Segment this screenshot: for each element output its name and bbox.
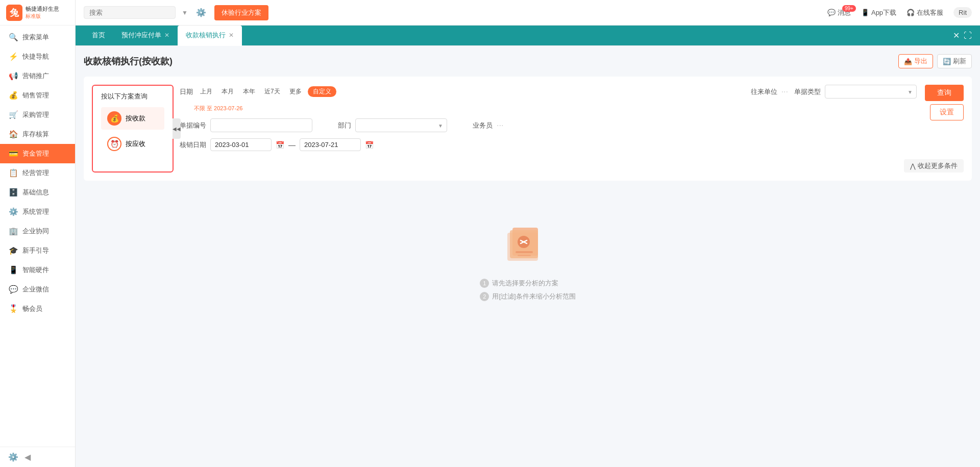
system-icon: ⚙️	[8, 207, 18, 216]
setting-button[interactable]: 设置	[930, 104, 964, 120]
refresh-button[interactable]: 🔄 刷新	[937, 54, 972, 68]
sidebar-item-system[interactable]: ⚙️ 系统管理	[0, 202, 75, 222]
partner-label: 往来单位	[751, 87, 777, 96]
sidebar-item-basic[interactable]: 🗄️ 基础信息	[0, 183, 75, 202]
svg-rect-6	[516, 251, 533, 253]
topbar-app-btn[interactable]: 📱 App下载	[861, 8, 896, 17]
doc-no-input[interactable]	[210, 118, 312, 132]
date-btn-this-year[interactable]: 本年	[240, 86, 258, 97]
page-title-row: 收款核销执行(按收款) 📤 导出 🔄 刷新	[84, 54, 972, 68]
topbar-chevron-icon[interactable]: ▼	[182, 9, 188, 16]
export-button[interactable]: 📤 导出	[898, 54, 933, 68]
finance-icon: 💳	[8, 149, 18, 158]
tab-prepay-close[interactable]: ✕	[164, 32, 169, 39]
service-icon: 🎧	[906, 9, 915, 16]
inventory-icon: 🏠	[8, 130, 18, 139]
sidebar-item-inventory[interactable]: 🏠 库存核算	[0, 125, 75, 144]
receipt-option-icon: 💰	[107, 111, 121, 126]
tab-home[interactable]: 首页	[84, 26, 113, 46]
hardware-icon: 📱	[8, 265, 18, 275]
verify-date-end-calendar-icon[interactable]: 📅	[365, 141, 374, 149]
date-btn-this-month[interactable]: 本月	[218, 86, 237, 97]
doc-type-select[interactable]	[825, 85, 917, 99]
verify-date-end[interactable]	[300, 138, 361, 151]
sidebar-item-marketing[interactable]: 📢 营销推广	[0, 66, 75, 86]
message-badge: 99+	[842, 5, 856, 12]
sidebar-item-quick[interactable]: ⚡ 快捷导航	[0, 47, 75, 66]
app-name: 畅捷通好生意	[26, 5, 59, 12]
dept-filter-item: 部门 ▼	[338, 118, 447, 132]
empty-illustration	[497, 217, 558, 268]
purchase-icon: 🛒	[8, 110, 18, 119]
sidebar-item-enterprise[interactable]: 🏢 企业协同	[0, 222, 75, 241]
quick-icon: ⚡	[8, 52, 18, 61]
verify-date-start[interactable]	[210, 138, 272, 151]
date-btn-custom[interactable]: 自定义	[308, 86, 336, 97]
filter-panel-title: 按以下方案查询	[101, 92, 164, 101]
staff-filter-item: 业务员 ···	[473, 121, 503, 130]
filter-section: 按以下方案查询 💰 按收款 ⏰ 按应收 ◀◀	[84, 77, 972, 181]
query-button[interactable]: 查询	[925, 85, 964, 101]
tab-close-btn[interactable]: ✕	[953, 31, 960, 40]
topbar-search-input[interactable]	[84, 6, 176, 19]
date-label: 日期	[180, 87, 193, 96]
solution-button[interactable]: 休验行业方案	[214, 5, 268, 20]
date-btn-last-month[interactable]: 上月	[197, 86, 215, 97]
filter-collapse-btn[interactable]: ◀◀	[173, 118, 181, 139]
sidebar-item-hardware[interactable]: 📱 智能硬件	[0, 260, 75, 280]
collapse-conditions-btn[interactable]: ⋀ 收起更多条件	[904, 159, 964, 173]
sidebar-item-sales[interactable]: 💰 销售管理	[0, 86, 75, 105]
sidebar-bottom: ⚙️ ◀	[0, 447, 75, 467]
collapse-sidebar-icon[interactable]: ◀	[24, 452, 31, 462]
verify-date-range: 📅 — 📅	[210, 138, 374, 151]
tip-item-1: 1 请先选择要分析的方案	[480, 277, 575, 290]
settings-bottom-icon[interactable]: ⚙️	[8, 452, 18, 462]
verify-date-start-calendar-icon[interactable]: 📅	[276, 141, 284, 149]
operation-icon: 📋	[8, 168, 18, 178]
export-icon: 📤	[904, 58, 912, 65]
marketing-icon: 📢	[8, 71, 18, 81]
query-btn-col: 查询 设置	[925, 85, 964, 120]
sidebar: 兔 畅捷通好生意 标准版 🔍 搜索菜单 ⚡ 快捷导航 📢 营销推广 💰 销售管理…	[0, 0, 76, 467]
filter-option-by-receipt[interactable]: 💰 按收款	[101, 107, 164, 130]
date-btn-7days[interactable]: 近7天	[261, 86, 283, 97]
sidebar-item-guide[interactable]: 🎓 新手引导	[0, 241, 75, 260]
tab-receipt[interactable]: 收款核销执行 ✕	[178, 26, 242, 46]
topbar-message-btn[interactable]: 💬 消息 99+	[827, 8, 851, 17]
topbar-service-btn[interactable]: 🎧 在线客服	[906, 8, 943, 17]
doc-type-select-wrapper: ▼	[825, 85, 917, 99]
app-version: 标准版	[26, 13, 59, 20]
partner-filter-item: 往来单位 ···	[751, 87, 788, 96]
empty-state: 1 请先选择要分析的方案 2 用[过滤]条件来缩小分析范围	[84, 187, 972, 334]
tab-prepay[interactable]: 预付冲应付单 ✕	[113, 26, 178, 46]
logo-icon: 兔	[6, 5, 22, 21]
filter-left-panel: 按以下方案查询 💰 按收款 ⏰ 按应收 ◀◀	[92, 85, 174, 173]
sidebar-item-operation[interactable]: 📋 经营管理	[0, 163, 75, 183]
svg-rect-7	[518, 255, 531, 256]
wechat-icon: 💬	[8, 285, 18, 294]
page-actions: 📤 导出 🔄 刷新	[898, 54, 972, 68]
sidebar-item-member[interactable]: 🎖️ 畅会员	[0, 299, 75, 318]
staff-dots-btn[interactable]: ···	[497, 121, 503, 130]
filter-option-by-receivable[interactable]: ⏰ 按应收	[101, 133, 164, 155]
doc-type-filter-item: 单据类型 ▼	[794, 85, 917, 99]
sales-icon: 💰	[8, 91, 18, 100]
refresh-icon: 🔄	[943, 58, 951, 65]
sidebar-item-purchase[interactable]: 🛒 采购管理	[0, 105, 75, 125]
topbar-user[interactable]: Rit	[953, 7, 972, 18]
topbar: ▼ ⚙️ 休验行业方案 💬 消息 99+ 📱 App下载 🎧 在线客服 Rit	[76, 0, 980, 26]
member-icon: 🎖️	[8, 304, 18, 313]
sidebar-item-search[interactable]: 🔍 搜索菜单	[0, 28, 75, 47]
dept-select[interactable]	[355, 118, 447, 132]
sidebar-item-wechat[interactable]: 💬 企业微信	[0, 280, 75, 299]
sidebar-item-finance[interactable]: 💳 资金管理	[0, 144, 75, 163]
date-btn-more[interactable]: 更多	[286, 86, 305, 97]
tab-receipt-close[interactable]: ✕	[229, 32, 234, 39]
tab-expand-btn[interactable]: ⛶	[964, 31, 972, 40]
page-title: 收款核销执行(按收款)	[84, 55, 173, 67]
staff-label: 业务员	[473, 121, 493, 130]
verify-date-filter-item: 核销日期 📅 — 📅	[180, 138, 374, 151]
empty-tips: 1 请先选择要分析的方案 2 用[过滤]条件来缩小分析范围	[480, 277, 575, 303]
partner-dots-btn[interactable]: ···	[781, 87, 788, 96]
topbar-gear-icon[interactable]: ⚙️	[196, 8, 206, 17]
